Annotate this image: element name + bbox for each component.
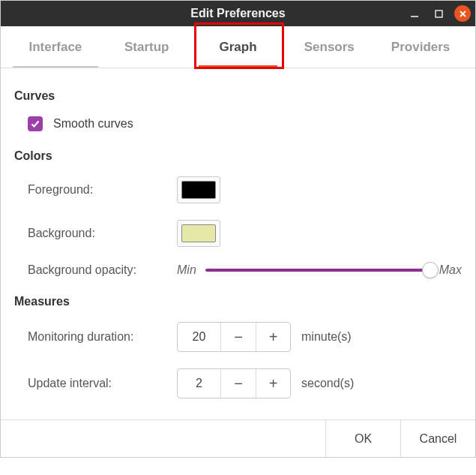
opacity-track[interactable]: [205, 269, 430, 272]
tab-interface[interactable]: Interface: [10, 26, 101, 68]
dialog-footer: OK Cancel: [1, 419, 475, 457]
check-icon: [30, 119, 40, 129]
opacity-min-label: Min: [177, 263, 196, 277]
interval-row: Update interval: 2 − + second(s): [28, 368, 462, 398]
tab-content: Curves Smooth curves Colors Foreground: …: [1, 68, 475, 419]
foreground-swatch: [181, 181, 216, 199]
ok-button[interactable]: OK: [325, 420, 400, 457]
duration-increment-button[interactable]: +: [256, 323, 290, 351]
opacity-max-label: Max: [439, 263, 462, 277]
smooth-curves-label: Smooth curves: [53, 117, 133, 131]
opacity-row: Background opacity: Min Max: [28, 263, 462, 277]
foreground-color-button[interactable]: [177, 176, 220, 203]
background-row: Background:: [28, 220, 462, 247]
background-label: Background:: [28, 227, 166, 240]
interval-spin: 2 − +: [177, 368, 291, 398]
tab-graph[interactable]: Graph: [193, 26, 284, 68]
tab-sensors[interactable]: Sensors: [283, 26, 375, 68]
close-button[interactable]: [454, 5, 471, 22]
interval-label: Update interval:: [28, 377, 166, 390]
window-controls: [406, 1, 471, 26]
background-swatch: [181, 224, 216, 242]
svg-rect-1: [436, 11, 442, 17]
opacity-thumb[interactable]: [422, 262, 439, 278]
interval-increment-button[interactable]: +: [256, 369, 290, 398]
opacity-slider[interactable]: Min Max: [177, 263, 462, 277]
maximize-button[interactable]: [430, 5, 447, 22]
minimize-button[interactable]: [406, 5, 423, 22]
duration-unit: minute(s): [301, 330, 352, 344]
titlebar: Edit Preferences: [1, 1, 475, 26]
duration-decrement-button[interactable]: −: [221, 323, 256, 351]
duration-label: Monitoring duration:: [28, 330, 166, 344]
tab-startup[interactable]: Startup: [101, 26, 193, 68]
preferences-window: Edit Preferences Interface Startup Graph…: [0, 0, 476, 458]
smooth-curves-checkbox[interactable]: [28, 116, 43, 131]
foreground-label: Foreground:: [28, 183, 166, 197]
opacity-label: Background opacity:: [28, 263, 166, 277]
foreground-row: Foreground:: [28, 176, 462, 203]
section-colors-title: Colors: [14, 149, 462, 163]
tab-bar-wrap: Interface Startup Graph Sensors Provider…: [1, 26, 475, 68]
background-color-button[interactable]: [177, 220, 220, 247]
interval-value[interactable]: 2: [178, 369, 221, 398]
section-curves-title: Curves: [14, 89, 462, 103]
smooth-curves-row: Smooth curves: [28, 116, 462, 131]
section-measures-title: Measures: [14, 295, 462, 308]
duration-spin: 20 − +: [177, 322, 291, 352]
duration-row: Monitoring duration: 20 − + minute(s): [28, 322, 462, 352]
maximize-icon: [435, 10, 443, 18]
cancel-button[interactable]: Cancel: [400, 420, 475, 457]
window-title: Edit Preferences: [1, 7, 475, 20]
minimize-icon: [410, 9, 419, 18]
tab-bar: Interface Startup Graph Sensors Provider…: [1, 26, 475, 68]
tab-providers[interactable]: Providers: [375, 26, 466, 68]
close-icon: [459, 10, 467, 18]
duration-value[interactable]: 20: [178, 323, 221, 351]
interval-decrement-button[interactable]: −: [221, 369, 256, 398]
interval-unit: second(s): [301, 377, 354, 390]
